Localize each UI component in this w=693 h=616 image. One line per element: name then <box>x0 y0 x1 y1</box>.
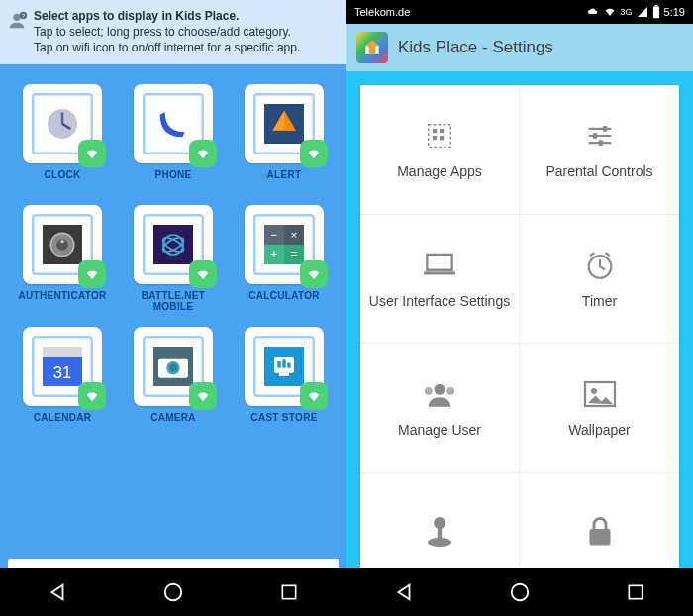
recent-button[interactable] <box>623 579 648 605</box>
recent-button[interactable] <box>276 579 302 605</box>
settings-label: User Interface Settings <box>369 293 510 310</box>
app-tile[interactable] <box>134 327 213 406</box>
settings-label: Manage User <box>398 422 481 439</box>
joystick-icon <box>420 514 459 550</box>
wifi-badge-icon[interactable] <box>78 140 106 167</box>
page-title: Kids Place - Settings <box>398 38 553 57</box>
image-icon <box>580 376 620 412</box>
settings-label: Wallpaper <box>568 422 631 439</box>
app-tile[interactable] <box>245 327 324 406</box>
app-tile[interactable] <box>134 84 213 163</box>
svg-rect-36 <box>654 5 657 7</box>
help-bar: ? Select apps to display in Kids Place. … <box>0 0 346 64</box>
carrier-label: Telekom.de <box>354 6 410 18</box>
users-icon <box>420 376 459 412</box>
settings-users[interactable]: Manage User <box>360 344 520 473</box>
lock-icon <box>580 514 620 550</box>
svg-rect-33 <box>282 359 285 367</box>
app-label: CLOCK <box>44 169 80 191</box>
svg-rect-32 <box>277 361 280 368</box>
app-select-screen: ? Select apps to display in Kids Place. … <box>0 0 346 616</box>
svg-rect-63 <box>629 585 642 598</box>
wifi-badge-icon[interactable] <box>300 260 328 288</box>
wifi-icon <box>603 6 617 18</box>
svg-point-52 <box>425 387 433 395</box>
wifi-badge-icon[interactable] <box>78 382 106 410</box>
app-cast[interactable]: CAST STORE <box>234 327 335 434</box>
sliders-icon <box>580 118 620 154</box>
svg-text:−: − <box>271 228 278 241</box>
back-button[interactable] <box>45 579 70 605</box>
svg-point-60 <box>165 584 182 601</box>
back-button[interactable] <box>391 579 417 605</box>
svg-rect-31 <box>279 372 289 375</box>
app-camera[interactable]: CAMERA <box>123 327 224 434</box>
home-button[interactable] <box>507 579 533 605</box>
settings-screen: Telekom.de 3G 5:19 Kids Place - Settings… <box>346 0 693 616</box>
settings-image[interactable]: Wallpaper <box>520 344 679 473</box>
svg-text:=: = <box>291 247 298 259</box>
svg-point-56 <box>434 517 446 529</box>
app-tile[interactable] <box>134 205 213 284</box>
settings-sliders[interactable]: Parental Controls <box>520 85 679 215</box>
app-label: AUTHENTICATOR <box>18 290 106 312</box>
wifi-badge-icon[interactable] <box>300 382 328 410</box>
app-alert[interactable]: ALERT <box>234 84 335 191</box>
svg-point-0 <box>13 14 20 21</box>
titlebar: Kids Place - Settings <box>346 24 693 71</box>
app-phone[interactable]: PHONE <box>123 84 224 191</box>
help-title: Select apps to display in Kids Place. <box>34 9 239 23</box>
app-tile[interactable] <box>23 84 102 163</box>
app-calc[interactable]: −×+=CALCULATOR <box>234 205 335 313</box>
help-line-3: Tap on wifi icon to on/off internet for … <box>34 41 300 54</box>
wifi-badge-icon[interactable] <box>300 140 328 167</box>
app-label: CAST STORE <box>250 412 317 434</box>
app-label: ALERT <box>267 169 302 191</box>
app-bnet[interactable]: BATTLE.NET MOBILE <box>123 205 224 313</box>
wifi-badge-icon[interactable] <box>78 260 106 288</box>
settings-grid[interactable]: Manage Apps <box>360 85 520 215</box>
app-label: PHONE <box>154 169 191 191</box>
svg-rect-34 <box>287 362 290 367</box>
wifi-badge-icon[interactable] <box>189 140 217 167</box>
svg-point-51 <box>434 384 445 395</box>
svg-rect-22 <box>43 347 82 357</box>
svg-rect-10 <box>153 225 193 264</box>
navigation-bar <box>0 568 693 616</box>
svg-rect-47 <box>598 141 602 147</box>
settings-laptop[interactable]: User Interface Settings <box>360 215 520 345</box>
app-label: BATTLE.NET MOBILE <box>123 290 224 313</box>
settings-label: Timer <box>582 293 617 310</box>
app-grid: CLOCKPHONEALERTAUTHENTICATORBATTLE.NET M… <box>0 64 346 559</box>
app-tile[interactable]: −×+= <box>245 205 324 284</box>
app-label: CALENDAR <box>34 412 92 434</box>
svg-text:+: + <box>271 247 278 259</box>
settings-label: Parental Controls <box>545 163 652 180</box>
app-clock[interactable]: CLOCK <box>12 84 113 191</box>
svg-rect-40 <box>433 136 437 140</box>
wifi-badge-icon[interactable] <box>189 382 217 410</box>
clock-o-icon <box>580 248 620 283</box>
svg-rect-59 <box>589 529 610 546</box>
app-auth[interactable]: AUTHENTICATOR <box>12 205 113 313</box>
svg-rect-4 <box>153 104 193 144</box>
svg-rect-41 <box>440 136 444 140</box>
svg-rect-48 <box>427 255 451 270</box>
app-tile[interactable] <box>23 205 102 284</box>
svg-rect-57 <box>438 528 443 539</box>
app-logo-icon <box>356 32 388 63</box>
home-button[interactable] <box>160 579 186 605</box>
settings-clock-o[interactable]: Timer <box>520 215 679 345</box>
app-calendar[interactable]: 31CALENDAR <box>12 327 113 434</box>
app-tile[interactable] <box>245 84 324 163</box>
svg-point-55 <box>591 388 597 394</box>
wifi-badge-icon[interactable] <box>189 260 217 288</box>
battery-icon <box>652 5 660 19</box>
svg-point-28 <box>169 363 177 371</box>
svg-point-58 <box>428 538 451 547</box>
help-line-2: Tap to select; long press to choose/add … <box>34 25 291 39</box>
svg-rect-35 <box>652 7 658 19</box>
svg-point-53 <box>446 387 454 395</box>
settings-label: Manage Apps <box>397 163 482 180</box>
app-tile[interactable]: 31 <box>23 327 102 406</box>
